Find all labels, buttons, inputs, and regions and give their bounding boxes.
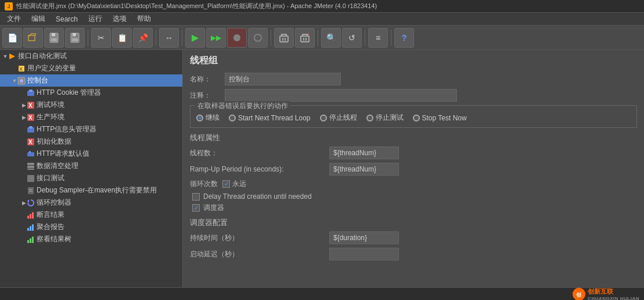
- clear-button[interactable]: [274, 28, 294, 48]
- sidebar-item-10[interactable]: 接口测试: [0, 172, 182, 184]
- scheduler-checkbox[interactable]: ✓: [192, 204, 200, 212]
- svg-text:创: 创: [575, 292, 581, 298]
- toolbar: 📄 + ✂ 📋 📌 ↔ ▶ ▶▶ 🔍 ↺ ≡ ?: [0, 26, 644, 50]
- svg-rect-37: [27, 175, 34, 182]
- start-button[interactable]: ▶: [185, 28, 205, 48]
- ramp-up-input[interactable]: [329, 163, 399, 176]
- new-button[interactable]: 📄: [2, 28, 22, 48]
- arrow-icon-5: ▶: [21, 115, 27, 120]
- duration-input[interactable]: [329, 231, 399, 244]
- content-area: 线程组 名称： 注释： 在取样器错误后要执行的动作 继续 St: [183, 50, 644, 287]
- sidebar-item-2[interactable]: ▼ 控制台: [0, 74, 182, 87]
- shutdown-button[interactable]: [248, 28, 268, 48]
- scheduler-config: 调度器配置 持续时间（秒） 启动延迟（秒）: [190, 217, 637, 260]
- radio-stop-test[interactable]: 停止测试: [366, 113, 404, 123]
- item-icon-3: [27, 89, 35, 97]
- copy-button[interactable]: 📋: [112, 28, 132, 48]
- svg-rect-13: [301, 36, 309, 42]
- sidebar-item-1[interactable]: X 用户定义的变量: [0, 62, 182, 74]
- arrow-icon-0: ▼: [2, 53, 8, 59]
- svg-rect-47: [32, 224, 34, 231]
- sidebar-item-4[interactable]: ▶ X 测试环境: [0, 99, 182, 111]
- sidebar-item-3[interactable]: HTTP Cookie 管理器: [0, 87, 182, 99]
- sep6: [365, 30, 365, 46]
- expand-button[interactable]: ↔: [159, 28, 179, 48]
- name-input[interactable]: [225, 73, 341, 85]
- svg-rect-46: [30, 226, 31, 231]
- radio-dot-1: [229, 115, 236, 122]
- menu-item-5[interactable]: 帮助: [132, 13, 156, 25]
- cut-button[interactable]: ✂: [91, 28, 111, 48]
- name-label: 名称：: [190, 74, 225, 84]
- sidebar-item-12[interactable]: ▶ 循环控制器: [0, 197, 182, 209]
- svg-marker-17: [9, 53, 15, 59]
- comment-label: 注释：: [190, 91, 225, 101]
- start-delay-row: 启动延迟（秒）: [190, 248, 637, 260]
- item-icon-7: X: [27, 138, 35, 146]
- menu-item-2[interactable]: Search: [51, 14, 82, 24]
- item-icon-13: [27, 211, 35, 219]
- saveas-button[interactable]: +: [65, 28, 85, 48]
- svg-rect-29: [29, 126, 33, 128]
- sidebar-item-7[interactable]: X 初始化数据: [0, 135, 182, 148]
- paste-button[interactable]: 📌: [133, 28, 153, 48]
- svg-rect-10: [280, 36, 288, 42]
- sidebar-label-9: 数据清空处理: [37, 161, 78, 171]
- clear-all-button[interactable]: [295, 28, 315, 48]
- sep4: [271, 30, 271, 46]
- scheduler-config-title: 调度器配置: [190, 217, 637, 228]
- sidebar-label-0: 接口自动化测试: [18, 51, 67, 61]
- stop-button[interactable]: [227, 28, 247, 48]
- sep3: [182, 30, 182, 46]
- sep5: [318, 30, 318, 46]
- start-delay-input[interactable]: [329, 248, 399, 260]
- radio-dot-2: [320, 115, 327, 122]
- start-no-pause-button[interactable]: ▶▶: [206, 28, 226, 48]
- radio-continue[interactable]: 继续: [196, 113, 220, 123]
- save-button[interactable]: [44, 28, 64, 48]
- radio-label-2: 停止线程: [329, 113, 357, 123]
- sidebar-item-6[interactable]: HTTP信息头管理器: [0, 123, 182, 135]
- comment-input[interactable]: [225, 89, 457, 102]
- sidebar-item-5[interactable]: ▶ X 生产环境: [0, 111, 182, 123]
- menu-item-4[interactable]: 选项: [108, 13, 131, 25]
- svg-rect-38: [28, 187, 34, 194]
- sidebar-item-0[interactable]: ▼ 接口自动化测试: [0, 50, 182, 62]
- menu-bar: 文件编辑Search运行选项帮助: [0, 13, 644, 26]
- radio-next-loop[interactable]: Start Next Thread Loop: [229, 114, 311, 122]
- logo-subtext: CHUANGXIN HULIAN: [588, 296, 639, 301]
- remote-button[interactable]: ≡: [368, 28, 388, 48]
- svg-text:X: X: [28, 139, 33, 145]
- radio-stop-test-now[interactable]: Stop Test Now: [413, 114, 467, 122]
- sidebar-item-13[interactable]: 断言结果: [0, 209, 182, 221]
- sep1: [88, 30, 88, 46]
- main-layout: ▼ 接口自动化测试 X 用户定义的变量 ▼ 控制台: [0, 50, 644, 287]
- thread-count-input[interactable]: [329, 147, 399, 159]
- forever-checkbox[interactable]: ✓: [222, 180, 230, 188]
- menu-item-0[interactable]: 文件: [2, 13, 26, 25]
- sidebar-label-12: 循环控制器: [37, 198, 71, 208]
- duration-row: 持续时间（秒）: [190, 231, 637, 244]
- svg-rect-36: [27, 169, 34, 170]
- radio-stop-thread[interactable]: 停止线程: [320, 113, 357, 123]
- menu-item-1[interactable]: 编辑: [27, 13, 50, 25]
- sidebar-item-9[interactable]: 数据清空处理: [0, 160, 182, 172]
- reset-button[interactable]: ↺: [342, 28, 362, 48]
- sidebar-label-2: 控制台: [27, 76, 48, 85]
- open-button[interactable]: [23, 28, 43, 48]
- sidebar-item-15[interactable]: 察看结果树: [0, 233, 182, 245]
- menu-item-3[interactable]: 运行: [84, 13, 107, 25]
- help-button[interactable]: ?: [394, 28, 414, 48]
- item-icon-14: [27, 223, 35, 231]
- arrow-icon-4: ▶: [21, 102, 27, 108]
- delay-checkbox[interactable]: [192, 193, 200, 201]
- sidebar-item-8[interactable]: HTTP请求默认值: [0, 148, 182, 160]
- sidebar-item-14[interactable]: 聚合报告: [0, 221, 182, 233]
- chuangxin-icon: 创: [573, 288, 585, 301]
- radio-dot-0: [196, 115, 203, 122]
- sidebar-label-10: 接口测试: [37, 173, 64, 183]
- sidebar-item-11[interactable]: Debug Sampler-在maven执行需要禁用: [0, 184, 182, 197]
- sidebar-label-8: HTTP请求默认值: [37, 149, 89, 159]
- svg-text:X: X: [28, 102, 33, 109]
- search-button[interactable]: 🔍: [321, 28, 341, 48]
